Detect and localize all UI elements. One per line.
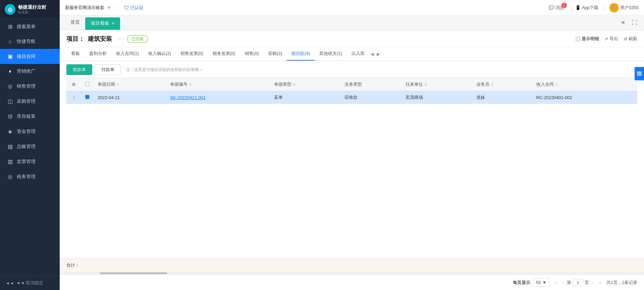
app-download-btn[interactable]: 📱 App下载 [575,5,598,11]
table-header-row: ⚙ 单据日期 ⇅ 单据编号 [66,78,637,91]
app-logo-text: 畅捷通好业财 标准版 [18,4,46,15]
message-icon: 💬 [549,5,554,10]
salesperson-sort-icon[interactable]: ⇅ [491,83,493,86]
income-contract-col-header: 收入合同 ⇅ [532,78,637,91]
sub-tabs-prev-icon[interactable]: ◀ [369,52,375,57]
tax-icon: ◎ [7,173,13,180]
subtab-other-income[interactable]: 其他收支(1) [315,47,347,61]
per-page-label: 每页显示 [513,280,530,286]
income-contract-sort-icon[interactable]: ⇅ [555,83,558,86]
partner-col-header: 往来单位 ⇅ [401,78,472,91]
row-index: 1 [66,91,81,104]
row-number[interactable]: SK-20220421-001 [166,91,270,104]
table-wrap: ⚙ 单据日期 ⇅ 单据编号 [60,78,644,259]
divider2 [604,4,604,11]
purchase-icon: ◫ [7,98,13,104]
sidebar-item-capital[interactable]: ◈ 资金管理 [0,124,60,139]
per-page-dropdown-icon: ▼ [542,280,547,285]
subtab-income-confirm[interactable]: 收入确认(2) [144,47,176,61]
message-btn[interactable]: 💬 消息 1 [549,5,564,11]
refresh-btn[interactable]: ↺ 刷新 [624,36,637,42]
topbar-left: 新服务官网演示账套 ▼ | 🛡 已认证 [65,5,144,11]
number-sort-icon[interactable]: ⇅ [189,83,192,86]
checkbox-icon [576,37,580,41]
dropdown-arrow-icon[interactable]: ▼ [107,5,111,10]
user-menu[interactable]: 🐵 用户3355 [609,3,639,12]
sidebar-item-tax[interactable]: ◎ 税务管理 [0,169,60,184]
first-page-btn[interactable]: « [552,279,558,286]
row-salesperson: 龙妹 [472,91,532,104]
partner-sort-icon[interactable]: ⇅ [424,83,427,86]
shield-icon: 🛡 [124,5,129,10]
phone-icon: 📱 [575,5,581,10]
row-checkbox-icon [85,95,90,99]
tab-home[interactable]: 首页 [65,15,85,30]
page-label: 第 [567,280,571,286]
select-all-checkbox[interactable] [85,82,90,86]
sidebar-item-project-contract[interactable]: ▣ 项目合同 [0,49,60,64]
subtab-income-contract[interactable]: 收入合同(1) [111,47,144,61]
prev-page-btn[interactable]: ‹ [560,279,566,286]
search-icon: ⊞ [7,23,13,30]
account-name: 新服务官网演示账套 [65,5,104,11]
subtab-receivable[interactable]: 收付款(4) [287,47,315,61]
subtab-tax-invoice[interactable]: 税务发票(0) [208,47,240,61]
tabbar-extra: ✕ ⛶ [620,15,639,30]
invoice-icon: ▥ [7,158,13,165]
subtab-sales[interactable]: 销售(0) [240,47,264,61]
subtab-profit[interactable]: 盈利分析 [85,47,111,61]
toolbar-hint: 注：这里是与项目关联的全部收付款单哦～ [126,67,203,73]
project-more-btn[interactable]: ··· [118,36,124,42]
sidebar-logo: ◎ 畅捷通好业财 标准版 [0,0,60,19]
row-number-link[interactable]: SK-20220421-001 [170,95,206,100]
current-page-input[interactable]: 1 [573,279,583,286]
sub-tabs-next-icon[interactable]: ▶ [375,52,381,57]
subtab-in-out[interactable]: 出入库 [347,47,369,61]
subtab-sales-invoice[interactable]: 销售发票(0) [176,47,208,61]
subtab-purchase[interactable]: 采购(2) [263,47,287,61]
collection-btn[interactable]: 收款单 [66,64,92,75]
row-checkbox[interactable] [81,91,94,104]
tab-project-board[interactable]: 项目看板 ✕ [85,17,120,30]
inventory-icon: ⊟ [7,113,13,120]
refresh-icon: ↺ [624,37,627,42]
sidebar-item-quick-nav[interactable]: ⌂ 快捷导航 [0,34,60,49]
row-partner: 宏茂商场 [401,91,472,104]
scroll-thumb[interactable] [100,272,167,274]
sidebar-item-invoice[interactable]: ▥ 发票管理 [0,154,60,169]
per-page-select[interactable]: 50 ▼ [533,278,549,287]
row-income-contract: RC-20220401-002 [532,91,637,104]
float-panel-icon[interactable] [635,78,644,80]
topbar-right: 💬 消息 1 📱 App下载 🐵 用户3355 [549,3,639,12]
number-col-header: 单据编号 ⇅ [166,78,270,91]
project-actions: 显示明细 ↗ 导出 ↺ 刷新 [576,36,637,42]
type-sort-icon[interactable]: ⇅ [293,83,296,86]
settings-col-header: ⚙ [66,78,81,91]
payment-btn[interactable]: 付款单 [95,64,121,75]
export-btn[interactable]: ↗ 导出 [604,36,618,42]
sidebar-item-sales[interactable]: ◎ 销售管理 [0,79,60,94]
total-info: 共1页，1条记录 [606,280,637,286]
maximize-window-icon[interactable]: ⛶ [631,20,639,26]
row-type: 蓝单 [270,91,340,104]
tab-close-icon[interactable]: ✕ [111,21,115,26]
capital-icon: ◈ [7,128,13,135]
next-page-btn[interactable]: › [590,279,596,286]
export-icon: ↗ [604,37,608,42]
sidebar-item-search[interactable]: ⊞ 搜索菜单 [0,19,60,34]
close-window-icon[interactable]: ✕ [620,19,627,26]
date-sort-icon[interactable]: ⇅ [116,83,119,86]
settings-icon[interactable]: ⚙ [72,82,76,87]
sidebar-cancel-fixed[interactable]: ◄◄ ◄◄ 取消固定 [0,276,60,290]
last-page-btn[interactable]: » [597,279,603,286]
project-icon: ▣ [7,53,13,60]
scroll-track[interactable] [60,272,644,275]
show-detail-checkbox[interactable]: 显示明细 [576,36,599,42]
type-col-header: 单据类型 ⇅ [270,78,340,91]
sidebar-item-marketing[interactable]: ♦ 营销推广 [0,64,60,79]
sidebar-item-purchase[interactable]: ◫ 采购管理 [0,94,60,109]
sidebar-item-inventory[interactable]: ⊟ 库存核算 [0,109,60,124]
subtab-board[interactable]: 看板 [66,47,85,61]
sidebar-item-ledger[interactable]: ▤ 总账管理 [0,139,60,154]
table-row: 1 2022-04-21 SK-20220421-001 蓝单 应收款 宏茂商场… [66,91,637,104]
